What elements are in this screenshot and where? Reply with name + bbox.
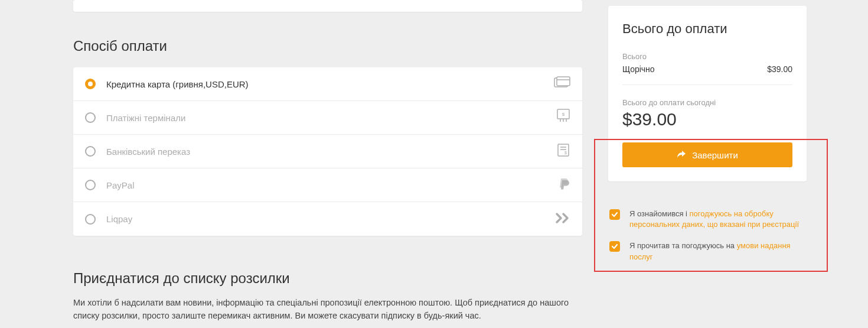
mailing-list-description: Ми хотіли б надсилати вам новини, інформ… <box>73 296 582 323</box>
chevrons-right-icon <box>555 212 570 226</box>
due-today-label: Всього до оплати сьогодні <box>622 98 792 107</box>
terms-checkbox[interactable] <box>609 241 620 252</box>
terminal-icon: $ <box>556 109 570 126</box>
consent-text: Я ознайомився і погоджуюсь на обробку пе… <box>629 209 805 230</box>
receipt-icon: $ <box>556 143 570 160</box>
complete-button[interactable]: Завершити <box>622 142 792 167</box>
summary-recurrence-price: $39.00 <box>767 64 792 74</box>
mailing-list-title: Приєднатися до списку розсилки <box>73 270 582 287</box>
agreements-block: Я ознайомився і погоджуюсь на обробку пе… <box>608 209 807 262</box>
payment-option-terminal[interactable]: Платіжні термінали $ <box>73 101 582 135</box>
payment-methods-card: Кредитна карта (гривня,USD,EUR) Платіжні… <box>73 67 582 236</box>
radio-icon <box>85 112 96 123</box>
payment-option-label: Банківський переказ <box>106 147 556 157</box>
payment-option-label: Кредитна карта (гривня,USD,EUR) <box>106 79 554 89</box>
summary-title: Всього до оплати <box>622 21 792 37</box>
paypal-icon <box>557 177 570 193</box>
complete-button-label: Завершити <box>692 150 738 160</box>
svg-rect-1 <box>557 77 570 86</box>
payment-option-paypal[interactable]: PayPal <box>73 168 582 202</box>
share-arrow-icon <box>677 150 686 160</box>
credit-card-icon <box>554 76 570 92</box>
radio-icon <box>85 214 96 225</box>
svg-rect-8 <box>558 144 569 156</box>
radio-selected-icon <box>85 79 96 89</box>
payment-method-title: Спосіб оплати <box>73 38 582 54</box>
due-today-amount: $39.00 <box>622 109 792 129</box>
payment-option-label: Liqpay <box>106 214 555 224</box>
payment-option-liqpay[interactable]: Liqpay <box>73 202 582 236</box>
radio-icon <box>85 146 96 157</box>
payment-option-bank-transfer[interactable]: Банківський переказ $ <box>73 135 582 168</box>
svg-text:$: $ <box>564 151 567 155</box>
terms-text: Я прочитав та погоджуюсь на умови наданн… <box>629 241 805 262</box>
payment-option-label: PayPal <box>106 180 557 190</box>
radio-icon <box>85 180 96 190</box>
previous-section-card <box>73 0 582 12</box>
summary-recurrence-label: Щорічно <box>622 64 655 74</box>
svg-text:$: $ <box>562 112 565 117</box>
payment-option-credit-card[interactable]: Кредитна карта (гривня,USD,EUR) <box>73 67 582 101</box>
summary-total-label: Всього <box>622 52 792 61</box>
consent-checkbox[interactable] <box>609 209 620 220</box>
payment-option-label: Платіжні термінали <box>106 113 556 123</box>
order-summary-card: Всього до оплати Всього Щорічно $39.00 В… <box>608 6 807 181</box>
